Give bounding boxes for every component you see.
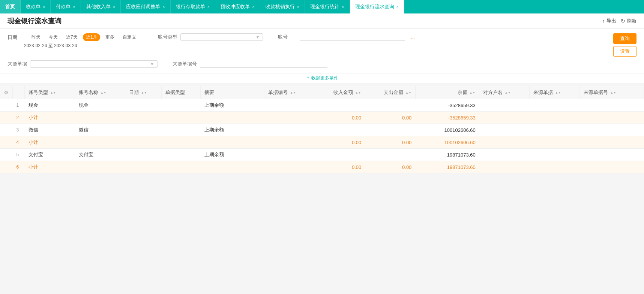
date-opt-1month[interactable]: 近1月 [83, 33, 101, 41]
row-doc_type [162, 112, 201, 124]
table-row[interactable]: 3微信微信上期余额100102606.60 [0, 124, 644, 136]
col-account-name[interactable]: 账号名称 ▲▼ [75, 86, 125, 99]
col-source-doc-no-label: 来源单据号 [584, 90, 608, 95]
col-source-doc-no[interactable]: 来源单据号 ▲▼ [580, 86, 644, 99]
col-gear[interactable]: ⚙ [0, 86, 13, 99]
export-label: 导出 [606, 18, 616, 24]
nav-cash-stats-label: 现金银行统计 [310, 3, 339, 10]
date-opt-today[interactable]: 今天 [46, 33, 61, 41]
nav-item-bank-deposit[interactable]: 银行存取款单 × [171, 0, 215, 13]
row-income [315, 149, 365, 161]
row-income: 0.00 [315, 136, 365, 149]
nav-prepay-close[interactable]: × [252, 4, 254, 9]
row-date [125, 136, 162, 149]
collapse-label: 收起更多条件 [311, 75, 338, 81]
table-row[interactable]: 5支付宝支付宝上期余额19871073.60 [0, 149, 644, 161]
row-summary: 上期余额 [201, 149, 264, 161]
table-row[interactable]: 4小计0.000.00100102606.60 [0, 136, 644, 149]
row-account_name [75, 136, 125, 149]
sort-icon-source-doc[interactable]: ▲▼ [555, 91, 561, 94]
row-seq: 6 [13, 161, 25, 173]
sort-icon-source-doc-no[interactable]: ▲▼ [610, 91, 616, 94]
col-source-doc[interactable]: 来源单据 ▲▼ [530, 86, 580, 99]
account-type-select[interactable]: ▼ [180, 33, 263, 41]
table-row[interactable]: 1现金现金上期余额-3528659.33 [0, 99, 644, 112]
row-balance: -3528659.33 [415, 99, 479, 112]
nav-item-ar-ap-adjust[interactable]: 应收应付调整单 × [121, 0, 170, 13]
col-doc-type-label: 单据类型 [165, 90, 185, 95]
source-doc-group: 来源单据 ▼ [8, 60, 158, 68]
gear-icon[interactable]: ⚙ [4, 90, 9, 96]
row-doc_type [162, 161, 201, 173]
nav-receipt-close[interactable]: × [43, 4, 45, 9]
col-account-type[interactable]: 账号类型 ▲▼ [25, 86, 75, 99]
nav-item-receipt[interactable]: 收款单 × [21, 0, 51, 13]
sort-icon-doc-no[interactable]: ▲▼ [290, 91, 296, 94]
col-expense[interactable]: 支出金额 ▲▼ [365, 86, 415, 99]
nav-home-label: 首页 [5, 3, 15, 10]
col-doc-no-label: 单据编号 [268, 90, 288, 95]
nav-receipt-verify-close[interactable]: × [297, 4, 299, 9]
sort-icon-date[interactable]: ▲▼ [141, 91, 147, 94]
nav-cash-stats-close[interactable]: × [342, 4, 344, 9]
col-balance-label: 余额 [458, 90, 467, 95]
sort-icon-balance[interactable]: ▲▼ [469, 91, 475, 94]
sort-icon-counterpart[interactable]: ▲▼ [505, 91, 511, 94]
account-input[interactable] [300, 33, 405, 41]
nav-item-prepay[interactable]: 预收冲应收单 × [215, 0, 260, 13]
source-doc-no-label: 来源单据号 [173, 61, 197, 67]
row-source_doc [530, 112, 580, 124]
collapse-bar[interactable]: ⌃ 收起更多条件 [0, 73, 644, 83]
col-summary: 摘要 [201, 86, 264, 99]
nav-item-home[interactable]: 首页 [0, 0, 21, 13]
sort-icon-account-type[interactable]: ▲▼ [50, 91, 56, 94]
table-row[interactable]: 2小计0.000.00-3528659.33 [0, 112, 644, 124]
settings-button[interactable]: 设置 [613, 46, 636, 57]
col-balance[interactable]: 余额 ▲▼ [415, 86, 479, 99]
sort-icon-account-name[interactable]: ▲▼ [101, 91, 107, 94]
col-expense-label: 支出金额 [384, 90, 403, 95]
refresh-button[interactable]: ↻ 刷新 [621, 18, 636, 24]
row-counterpart [479, 112, 530, 124]
date-opt-more[interactable]: 更多 [102, 33, 117, 41]
account-more-button[interactable]: ... [411, 34, 415, 40]
account-type-dropdown-icon: ▼ [255, 35, 260, 39]
source-doc-select[interactable]: ▼ [30, 60, 158, 68]
nav-cash-flow-close[interactable]: × [396, 4, 399, 9]
nav-item-cash-flow[interactable]: 现金银行流水查询 × [350, 0, 404, 13]
source-doc-dropdown-icon: ▼ [150, 62, 154, 66]
date-opt-yesterday[interactable]: 昨天 [29, 33, 44, 41]
sort-icon-expense[interactable]: ▲▼ [405, 91, 411, 94]
nav-ar-ap-close[interactable]: × [162, 4, 165, 9]
nav-other-income-close[interactable]: × [113, 4, 115, 9]
date-opt-7days[interactable]: 近7天 [63, 33, 81, 41]
date-opt-custom[interactable]: 自定义 [120, 33, 139, 41]
nav-item-payment[interactable]: 付款单 × [51, 0, 81, 13]
row-gear-cell [0, 136, 13, 149]
row-counterpart [479, 136, 530, 149]
account-type-label: 账号类型 [158, 34, 177, 40]
row-account_type: 小计 [25, 112, 75, 124]
col-doc-no[interactable]: 单据编号 ▲▼ [264, 86, 315, 99]
row-doc_no [264, 149, 315, 161]
table-body: 1现金现金上期余额-3528659.332小计0.000.00-3528659.… [0, 99, 644, 173]
row-doc_type [162, 99, 201, 112]
col-counterpart[interactable]: 对方户名 ▲▼ [479, 86, 530, 99]
nav-item-other-income[interactable]: 其他收入单 × [81, 0, 121, 13]
nav-item-cash-stats[interactable]: 现金银行统计 × [305, 0, 350, 13]
filter-area: 日期 昨天 今天 近7天 近1月 更多 自定义 2023-02-24 至 202… [0, 29, 644, 73]
query-button[interactable]: 查询 [613, 33, 636, 44]
export-button[interactable]: ↑ 导出 [602, 18, 616, 24]
col-income[interactable]: 收入金额 ▲▼ [315, 86, 365, 99]
col-date[interactable]: 日期 ▲▼ [125, 86, 162, 99]
row-doc_no [264, 112, 315, 124]
nav-item-receipt-verify[interactable]: 收款核销执行 × [260, 0, 305, 13]
row-balance: 100102606.60 [415, 136, 479, 149]
nav-bank-deposit-close[interactable]: × [207, 4, 210, 9]
nav-payment-close[interactable]: × [73, 4, 75, 9]
sort-icon-income[interactable]: ▲▼ [355, 91, 361, 94]
row-summary [201, 136, 264, 149]
source-doc-no-input[interactable] [200, 60, 327, 68]
table-row[interactable]: 6小计0.000.0019871073.60 [0, 161, 644, 173]
table-area: ⚙ 账号类型 ▲▼ 账号名称 ▲▼ 日期 ▲▼ 单据类型 [0, 86, 644, 173]
